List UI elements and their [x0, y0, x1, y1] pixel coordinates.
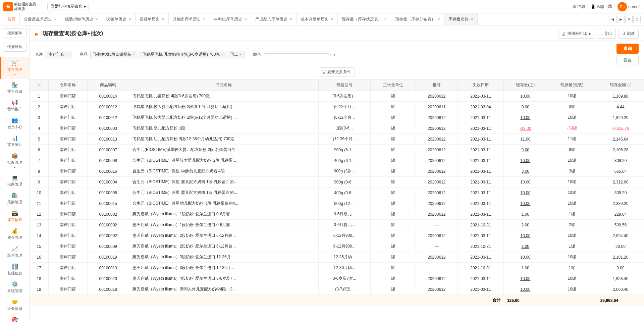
- remove-product-tag-2[interactable]: ✕: [221, 53, 223, 56]
- cell-qty-main[interactable]: 10.00: [504, 273, 547, 284]
- cell-amount: 809.20: [597, 155, 644, 166]
- product-more-btn[interactable]: ···: [246, 52, 250, 57]
- message-button[interactable]: ✉ 消息: [573, 4, 585, 9]
- cell-expire: 2021-03-11: [458, 166, 504, 177]
- quick-nav-button[interactable]: 快捷导航: [3, 42, 26, 52]
- sidebar-item-retail-stats[interactable]: 📊 零售统计: [0, 132, 29, 150]
- cell-qty-main[interactable]: 9.00: [504, 145, 547, 155]
- nav-more-btn[interactable]: ⊡: [633, 16, 641, 23]
- cell-qty-main[interactable]: 10.00: [504, 177, 547, 187]
- close-tab-9[interactable]: ✕: [384, 17, 387, 21]
- warehouse-more-btn[interactable]: ···: [73, 52, 77, 57]
- sidebar-item-purchase[interactable]: 🛍️ 采购管理: [0, 190, 29, 207]
- close-tab-10[interactable]: ✕: [437, 17, 440, 21]
- user-profile[interactable]: Ea demo2: [618, 2, 641, 11]
- remove-product-tag-3[interactable]: ✕: [239, 53, 242, 56]
- tab-home[interactable]: 首页: [3, 13, 20, 25]
- tab-9[interactable]: 现存量（库存状况表） ✕: [338, 13, 391, 25]
- sidebar-item-basic-info[interactable]: ℹ️ 基础信息: [0, 261, 29, 278]
- tab-4[interactable]: 要货单历史 ✕: [136, 13, 169, 25]
- col-settings[interactable]: ⚙: [30, 79, 49, 91]
- cell-qty-pack: 11罐: [547, 134, 597, 145]
- cell-qty-main[interactable]: 0.00: [504, 102, 547, 112]
- tab-10[interactable]: 现存量（库存分布表） ✕: [391, 13, 444, 25]
- sidebar-item-retail-mgmt[interactable]: 🛒 零售管理 ▾: [0, 57, 29, 79]
- tab-6[interactable]: 材料出库单历史 ✕: [210, 13, 251, 25]
- tab-1[interactable]: 分量盘点单历史 ✕: [20, 13, 61, 25]
- cell-unit: 罐: [370, 198, 416, 209]
- amount-info-icon[interactable]: ⓘ: [627, 83, 631, 87]
- close-tab-6[interactable]: ✕: [244, 17, 247, 21]
- cell-qty-main[interactable]: 10.00: [504, 198, 547, 209]
- cell-warehouse: 南岸门店: [49, 263, 87, 273]
- cell-qty-main[interactable]: -39.00: [504, 123, 547, 134]
- sidebar-item-operations[interactable]: 📈 经营管理: [0, 243, 29, 261]
- cell-qty-main[interactable]: 2.00: [504, 220, 547, 230]
- sidebar-item-retail-mall[interactable]: 🏪 零售商城: [0, 79, 29, 97]
- sidebar-item-member[interactable]: 👥 会员中心: [0, 114, 29, 132]
- cell-qty-main[interactable]: 1.00: [504, 209, 547, 220]
- cell-expire: 2021-03-11: [458, 177, 504, 187]
- expand-arrow-icon[interactable]: ▶: [35, 31, 39, 37]
- tab-11[interactable]: 库存批次账 ✕: [444, 13, 478, 25]
- settings-col-icon[interactable]: ⚙: [37, 83, 41, 88]
- close-tab-3[interactable]: ✕: [128, 17, 131, 21]
- query-button[interactable]: 查询: [616, 44, 639, 54]
- tab-2[interactable]: 组装拆卸单历史 ✕: [61, 13, 102, 25]
- expand-more-btn[interactable]: ⋁ 展开更多条件: [319, 67, 355, 76]
- cell-qty-main[interactable]: 1.00: [504, 241, 547, 252]
- sidebar-item-collab[interactable]: 🤝 企业协同: [0, 296, 29, 314]
- close-tab-4[interactable]: ✕: [162, 17, 164, 21]
- col-qty-pack: 现存量(包装): [547, 79, 597, 91]
- close-tab-2[interactable]: ✕: [95, 17, 98, 21]
- settings-button[interactable]: 设置: [616, 55, 639, 65]
- sidebar-item-marketing[interactable]: 📢 营销推广: [0, 97, 29, 114]
- sidebar-item-guide[interactable]: 🎯 新手引导: [0, 314, 29, 322]
- sidebar-search-area: 搜索菜单: [0, 25, 29, 41]
- cell-spec: 0-6月婴儿...: [319, 220, 371, 230]
- cell-qty-main[interactable]: 1.00: [504, 263, 547, 273]
- close-tab-11[interactable]: ✕: [471, 17, 473, 21]
- refresh-button[interactable]: ↺ 刷新: [619, 29, 639, 39]
- tab-5[interactable]: 其他出库单历史 ✕: [169, 13, 210, 25]
- sidebar-item-ecommerce[interactable]: 💻 电商管理: [0, 172, 29, 190]
- color-dropdown-icon[interactable]: ▾: [333, 52, 335, 57]
- cell-qty-main[interactable]: 10.00: [504, 252, 547, 263]
- nav-next-btn[interactable]: ▶: [617, 16, 625, 23]
- main-layout: 搜索菜单 快捷导航 🛒 零售管理 ▾ 🏪 零售商城 📢 营销推广: [0, 25, 644, 322]
- search-menu-button[interactable]: 搜索菜单: [3, 28, 26, 38]
- sidebar-item-wholesale[interactable]: 📦 批发管理 ▾: [0, 150, 29, 172]
- cell-amount: 665.04: [597, 166, 644, 177]
- color-input[interactable]: [264, 53, 331, 56]
- refresh-icon: ↺: [622, 32, 626, 36]
- sidebar-nav: 🛒 零售管理 ▾ 🏪 零售商城 📢 营销推广 👥 会员中心 📊 零售统计: [0, 56, 29, 322]
- tab-3[interactable]: 调拨单历史 ✕: [102, 13, 136, 25]
- close-tab-5[interactable]: ✕: [203, 17, 206, 21]
- tab-8[interactable]: 成本调整单历史 ✕: [297, 13, 338, 25]
- workspace-selector[interactable]: 母婴行业演示账套 ▾: [47, 3, 89, 10]
- cell-qty-main[interactable]: 10.00: [504, 284, 547, 295]
- close-tab-8[interactable]: ✕: [331, 17, 333, 21]
- sidebar-item-system[interactable]: ⚙️ 系统管理: [0, 278, 29, 296]
- nav-close-btn[interactable]: ✕: [625, 16, 633, 23]
- sidebar-item-inventory[interactable]: 🗃️ 库存核算: [0, 207, 29, 225]
- remove-product-tag-1[interactable]: ✕: [132, 53, 135, 56]
- close-tab-1[interactable]: ✕: [54, 17, 57, 21]
- cell-spec: 12-36月幼...: [319, 263, 371, 273]
- export-button[interactable]: ↓ 导出: [597, 29, 616, 39]
- remove-warehouse-tag[interactable]: ✕: [66, 53, 68, 56]
- app-download-button[interactable]: 📱 App下载: [591, 4, 612, 9]
- cell-qty-main[interactable]: 3.00: [504, 166, 547, 177]
- tab-7[interactable]: 产成品入库单历史 ✕: [251, 13, 297, 25]
- cell-qty-main[interactable]: 10.00: [504, 187, 547, 198]
- close-tab-7[interactable]: ✕: [289, 17, 292, 21]
- cell-qty-main[interactable]: 10.00: [504, 155, 547, 166]
- cell-qty-main[interactable]: 10.00: [504, 230, 547, 241]
- print-button[interactable]: 🖨 按模板打印 ▾: [558, 29, 594, 39]
- sidebar-item-finance[interactable]: 💰 资金管理: [0, 225, 29, 243]
- cell-qty-main[interactable]: 11.00: [504, 134, 547, 145]
- cell-amount: 509.56: [597, 220, 644, 230]
- nav-prev-btn[interactable]: ◀: [609, 16, 616, 23]
- cell-qty-main[interactable]: 10.00: [504, 91, 547, 102]
- cell-qty-main[interactable]: 10.00: [504, 112, 547, 123]
